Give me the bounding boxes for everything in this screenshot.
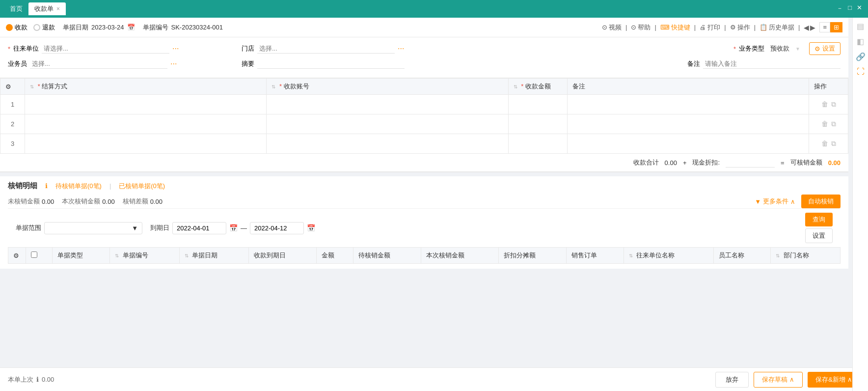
calendar-to-icon[interactable]: 📅 — [307, 224, 315, 232]
table-row: 1 🗑 ⧉ — [0, 95, 848, 114]
copy-row-2-icon[interactable]: ⧉ — [831, 120, 836, 128]
account-input-2[interactable] — [267, 114, 508, 134]
summary-row: 收款合计 0.00 + 现金折扣: = 可核销金额 0.00 — [0, 154, 848, 172]
payment-method-input-3[interactable] — [25, 134, 266, 153]
print-btn[interactable]: 🖨 打印 — [700, 23, 720, 32]
row-2-method[interactable] — [25, 114, 267, 134]
view-toggle: ≡ ⊞ — [819, 22, 842, 32]
help-btn[interactable]: ⊙ 帮助 — [631, 23, 651, 32]
sidebar-icon-2[interactable]: ◧ — [857, 37, 864, 46]
operations-btn[interactable]: ⚙ 操作 — [730, 23, 750, 32]
sidebar-icon-3[interactable]: 🔗 — [856, 52, 866, 61]
row-1-method[interactable] — [25, 95, 267, 114]
counterpart-more-btn[interactable]: ··· — [172, 44, 179, 53]
row-3-amount[interactable] — [508, 134, 567, 154]
home-tab[interactable]: 首页 — [4, 2, 28, 15]
due-date-field: 到期日 📅 — 📅 — [150, 222, 315, 234]
col-account-header: ⇅ * 收款账号 — [267, 79, 508, 95]
pending-tab[interactable]: 待核销单据(0笔) — [55, 182, 102, 191]
sec-col-discount-header: 折扣分摊额 — [499, 248, 567, 264]
close-tab-icon[interactable]: × — [56, 5, 60, 12]
row-2-amount[interactable] — [508, 114, 567, 134]
note-input-3[interactable] — [568, 134, 809, 153]
notes-input[interactable] — [703, 59, 841, 69]
gear-sec-icon[interactable]: ⚙ — [13, 252, 19, 259]
filter-btns: 查询 设置 — [805, 213, 833, 243]
sidebar-icon-4[interactable]: ⛶ — [857, 67, 865, 76]
row-3-account[interactable] — [267, 134, 508, 154]
calendar-icon[interactable]: 📅 — [127, 24, 135, 31]
row-2-account[interactable] — [267, 114, 508, 134]
range-select[interactable]: ▼ — [44, 222, 142, 234]
auto-verify-btn[interactable]: 自动核销 — [801, 195, 841, 208]
row-3-method[interactable] — [25, 134, 267, 154]
done-tab[interactable]: 已核销单据(0笔) — [119, 182, 165, 191]
payment-method-input-1[interactable] — [25, 95, 266, 114]
row-1-note[interactable] — [567, 95, 809, 114]
sidebar-icon-1[interactable]: ▤ — [857, 22, 864, 31]
filter-icon: ▼ — [755, 198, 761, 205]
refund-radio-dot — [33, 24, 40, 31]
date-range: 📅 — 📅 — [172, 222, 315, 234]
minimize-btn[interactable]: － — [837, 4, 843, 13]
copy-row-3-icon[interactable]: ⧉ — [831, 140, 836, 148]
row-3-note[interactable] — [567, 134, 809, 154]
maximize-btn[interactable]: □ — [848, 4, 852, 13]
list-view-btn[interactable]: ≡ — [819, 22, 830, 32]
summary-input[interactable] — [257, 59, 405, 69]
settings-button[interactable]: ⚙ 设置 — [809, 42, 841, 55]
business-type-arrow[interactable]: ▼ — [795, 46, 800, 52]
delete-row-3-icon[interactable]: 🗑 — [821, 140, 828, 148]
query-btn[interactable]: 查询 — [805, 213, 833, 226]
account-input-1[interactable] — [267, 95, 508, 114]
bottom-bar: 本单上次 ℹ 0.00 放弃 保存草稿 ∧ 保存&新增 ∧ — [0, 367, 868, 391]
video-icon: ⊙ — [602, 24, 607, 31]
top-navigation: 首页 收款单 × － □ ✕ — [0, 0, 868, 18]
shop-input[interactable] — [257, 44, 395, 54]
gear-header[interactable]: ⚙ — [0, 79, 25, 95]
close-btn[interactable]: ✕ — [857, 4, 862, 13]
staff-more-btn[interactable]: ··· — [170, 59, 177, 68]
current-cancel-stat: 本次核销金额 0.00 — [62, 197, 114, 206]
counterpart-input[interactable] — [42, 44, 169, 54]
discount-input[interactable] — [726, 158, 775, 168]
save-draft-arrow: ∧ — [789, 376, 794, 383]
amount-input-2[interactable] — [509, 114, 567, 134]
row-1-amount[interactable] — [508, 95, 567, 114]
next-arrow[interactable]: ▶ — [810, 24, 815, 31]
discard-btn[interactable]: 放弃 — [715, 372, 749, 388]
receive-radio-dot — [6, 24, 13, 31]
verify-info-icon[interactable]: ℹ — [45, 182, 48, 190]
delete-row-1-icon[interactable]: 🗑 — [821, 100, 828, 109]
detail-view-btn[interactable]: ⊞ — [830, 22, 842, 32]
filter-settings-btn[interactable]: 设置 — [805, 228, 833, 243]
delete-row-2-icon[interactable]: 🗑 — [821, 120, 828, 128]
amount-input-1[interactable] — [509, 95, 567, 114]
amount-input-3[interactable] — [509, 134, 567, 153]
prev-arrow[interactable]: ◀ — [804, 24, 809, 31]
row-2-note[interactable] — [567, 114, 809, 134]
refund-radio[interactable]: 退款 — [33, 23, 55, 32]
sec-col-staff-header: 员工名称 — [713, 248, 771, 264]
copy-row-1-icon[interactable]: ⧉ — [831, 100, 836, 109]
calendar-from-icon[interactable]: 📅 — [229, 224, 238, 232]
current-tab[interactable]: 收款单 × — [28, 2, 66, 15]
verify-stats: 未核销金额 0.00 本次核销金额 0.00 核销差额 0.00 — [8, 197, 163, 206]
receive-radio[interactable]: 收款 — [6, 23, 27, 32]
save-draft-btn[interactable]: 保存草稿 ∧ — [754, 372, 803, 388]
staff-input[interactable] — [30, 59, 167, 69]
note-input-2[interactable] — [568, 114, 809, 134]
payment-method-input-2[interactable] — [25, 114, 266, 134]
shortcuts-btn[interactable]: ⌨ 快捷键 — [660, 23, 690, 32]
row-2-actions: 🗑 ⧉ — [809, 114, 848, 134]
date-from-input[interactable] — [172, 222, 226, 234]
account-input-3[interactable] — [267, 134, 508, 153]
shop-more-btn[interactable]: ··· — [398, 44, 404, 53]
select-all-checkbox[interactable] — [31, 251, 37, 258]
video-btn[interactable]: ⊙ 视频 — [602, 23, 622, 32]
date-to-input[interactable] — [250, 222, 304, 234]
row-1-account[interactable] — [267, 95, 508, 114]
more-conditions-btn[interactable]: ▼ 更多条件 ∧ — [755, 197, 795, 206]
note-input-1[interactable] — [568, 95, 809, 114]
history-btn[interactable]: 📋 历史单据 — [760, 23, 794, 32]
